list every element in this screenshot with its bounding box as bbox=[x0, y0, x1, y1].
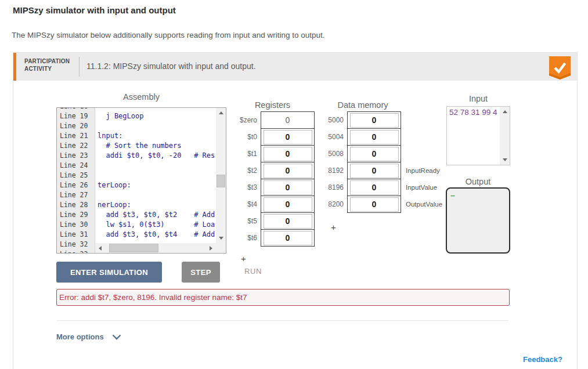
memory-address: 5004 bbox=[324, 133, 347, 141]
memory-row: 8200 OutputValue bbox=[324, 196, 442, 213]
register-value-input[interactable] bbox=[264, 164, 312, 178]
register-cell bbox=[261, 179, 315, 196]
horizontal-scroll-thumb[interactable] bbox=[109, 244, 158, 252]
line-number: Line 20 bbox=[57, 121, 95, 131]
input-scroll-up-arrow[interactable] bbox=[500, 107, 510, 117]
memory-cell bbox=[347, 162, 401, 179]
memory-address: 5000 bbox=[324, 116, 347, 124]
line-number: Line 28 bbox=[57, 200, 95, 210]
step-button[interactable]: STEP bbox=[182, 262, 220, 283]
check-icon bbox=[549, 56, 571, 79]
chevron-down-icon bbox=[112, 334, 121, 340]
activity-completed-badge[interactable] bbox=[549, 56, 571, 79]
register-value-input[interactable] bbox=[264, 214, 312, 229]
memory-value-input[interactable] bbox=[350, 130, 399, 144]
input-scrollbar[interactable] bbox=[500, 107, 510, 165]
input-scroll-down-arrow[interactable] bbox=[500, 155, 510, 165]
register-value-input[interactable] bbox=[264, 197, 312, 212]
code-line bbox=[95, 190, 216, 200]
line-number: Line 24 bbox=[57, 161, 95, 171]
memory-address: 8196 bbox=[324, 183, 347, 191]
register-row: $zero 0 bbox=[234, 111, 315, 129]
register-cell bbox=[261, 162, 315, 179]
memory-row: 5008 bbox=[324, 145, 442, 162]
run-button[interactable]: RUN bbox=[244, 267, 262, 276]
assembly-editor[interactable]: Line 18 Line 19 Line 20 Line 21 Line 22 … bbox=[56, 107, 226, 254]
code-line: lw $s1, 0($t3) # Loa bbox=[95, 220, 216, 230]
memory-cell bbox=[347, 111, 401, 129]
memory-cell bbox=[347, 145, 401, 162]
register-row: $t5 bbox=[234, 212, 315, 230]
register-cell bbox=[261, 196, 315, 213]
register-value-input[interactable] bbox=[264, 130, 312, 144]
line-number: Line 21 bbox=[57, 131, 95, 141]
mipszy-simulator-page: MIPSzy simulator with input and output T… bbox=[0, 0, 588, 369]
code-area[interactable]: j BegLoop lnput: # Sort the numbers addi… bbox=[95, 108, 216, 243]
memory-cell bbox=[347, 128, 401, 146]
line-number: Line 32 bbox=[57, 240, 95, 249]
register-value-input[interactable] bbox=[264, 180, 312, 195]
memory-row: 8192 InputReady bbox=[324, 162, 442, 179]
line-number: Line 22 bbox=[57, 141, 95, 151]
memory-value-input[interactable] bbox=[350, 147, 399, 161]
line-number: Line 19 bbox=[57, 111, 95, 121]
register-name: $t5 bbox=[234, 217, 261, 225]
register-row: $t0 bbox=[234, 128, 315, 146]
register-row: $t1 bbox=[234, 145, 315, 162]
scroll-up-arrow[interactable] bbox=[216, 108, 226, 118]
activity-header: PARTICIPATION ACTIVITY 11.1.2: MIPSzy si… bbox=[13, 53, 577, 81]
memory-row: 8196 InputValue bbox=[324, 179, 442, 196]
register-row: $t2 bbox=[234, 162, 315, 179]
memory-value-input[interactable] bbox=[350, 197, 399, 212]
input-area: 52 78 31 99 4 bbox=[446, 106, 510, 165]
scroll-left-arrow[interactable] bbox=[95, 243, 105, 253]
memory-value-input[interactable] bbox=[350, 180, 399, 195]
scroll-right-arrow[interactable] bbox=[206, 243, 216, 253]
input-title: Input bbox=[446, 94, 510, 103]
code-line: j BegLoop bbox=[95, 111, 216, 121]
register-name: $t6 bbox=[234, 234, 261, 242]
register-value: 0 bbox=[286, 115, 290, 125]
line-number: Line 29 bbox=[57, 210, 95, 220]
register-name: $t0 bbox=[234, 133, 261, 141]
activity-title: 11.1.2: MIPSzy simulator with input and … bbox=[86, 62, 256, 71]
line-number-gutter: Line 18 Line 19 Line 20 Line 21 Line 22 … bbox=[57, 108, 95, 253]
memory-cell bbox=[347, 196, 401, 213]
more-options-label: More options bbox=[56, 332, 104, 341]
register-cell bbox=[261, 212, 315, 230]
line-number: Line 27 bbox=[57, 190, 95, 200]
register-value-input[interactable] bbox=[264, 231, 312, 245]
register-name: $t4 bbox=[234, 200, 261, 208]
register-cell bbox=[261, 145, 315, 162]
register-value-input[interactable] bbox=[264, 147, 312, 161]
feedback-link[interactable]: Feedback? bbox=[523, 355, 562, 364]
registers-expand-button[interactable]: + bbox=[241, 254, 246, 263]
code-line bbox=[95, 171, 216, 180]
line-number: Line 30 bbox=[57, 220, 95, 230]
output-console: – bbox=[446, 187, 510, 254]
code-line: nerLoop: bbox=[95, 200, 216, 210]
kicker-line1: PARTICIPATION bbox=[24, 57, 70, 65]
line-number: Line 25 bbox=[57, 171, 95, 180]
code-line: addi $t0, $t0, -20 # Res bbox=[95, 151, 216, 161]
register-name: $zero bbox=[234, 116, 261, 124]
scrollbar-corner bbox=[216, 243, 226, 253]
more-options-toggle[interactable]: More options bbox=[56, 332, 121, 341]
horizontal-scrollbar[interactable] bbox=[95, 243, 216, 253]
page-intro: The MIPSzy simulator below additionally … bbox=[12, 31, 325, 39]
line-number: Line 33 bbox=[57, 249, 95, 253]
vertical-scrollbar[interactable] bbox=[216, 108, 226, 243]
memory-value-input[interactable] bbox=[350, 164, 399, 178]
register-row: $t4 bbox=[234, 196, 315, 213]
enter-simulation-button[interactable]: ENTER SIMULATION bbox=[56, 262, 162, 283]
data-memory-expand-button[interactable]: + bbox=[331, 222, 336, 232]
scroll-down-arrow[interactable] bbox=[216, 233, 226, 243]
register-zero-cell: 0 bbox=[261, 111, 315, 129]
code-line: lnput: bbox=[95, 131, 216, 141]
header-divider bbox=[79, 57, 80, 77]
code-line: terLoop: bbox=[95, 180, 216, 190]
memory-cell bbox=[347, 179, 401, 196]
section-divider bbox=[56, 320, 508, 321]
vertical-scroll-thumb[interactable] bbox=[217, 175, 225, 187]
memory-value-input[interactable] bbox=[350, 113, 399, 128]
